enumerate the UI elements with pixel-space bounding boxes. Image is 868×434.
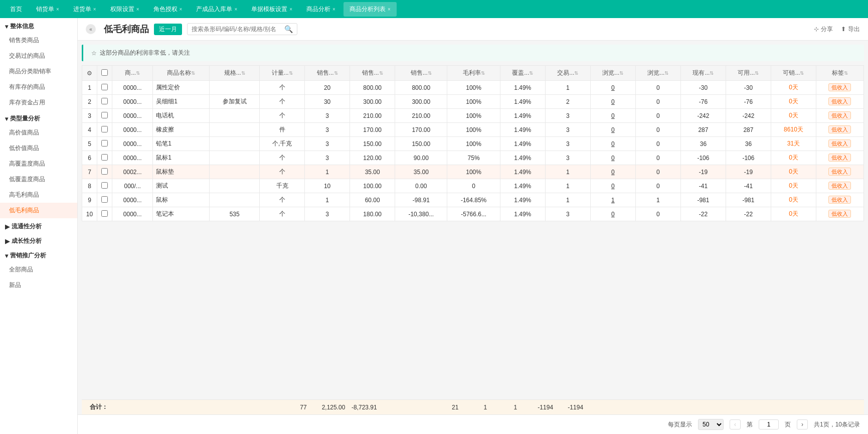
col-margin-header[interactable]: 毛利率⇅	[447, 66, 500, 81]
row-no: 3	[82, 109, 97, 123]
nav-product-analysis[interactable]: 商品分析 ×	[300, 2, 341, 17]
row-views1[interactable]: 0	[590, 95, 635, 109]
row-views1[interactable]: 1	[590, 193, 635, 207]
row-checkbox[interactable]	[97, 123, 112, 137]
sidebar-group-type-analysis[interactable]: ▾ 类型量分析	[0, 110, 77, 125]
select-all-checkbox[interactable]	[101, 69, 108, 76]
per-page-select[interactable]: 50 100 200	[698, 419, 724, 430]
row-views2: 0	[635, 81, 680, 95]
row-views1[interactable]: 0	[590, 207, 635, 221]
sidebar-item-category-rate[interactable]: 商品分类助销率	[0, 64, 77, 79]
nav-role-auth[interactable]: 角色授权 ×	[147, 2, 189, 17]
row-sales2: 170.00	[350, 123, 395, 137]
row-checkbox[interactable]	[97, 207, 112, 221]
row-checkbox[interactable]	[97, 179, 112, 193]
sidebar-item-in-stock[interactable]: 有库存的商品	[0, 79, 77, 95]
row-checkbox[interactable]	[97, 165, 112, 179]
sidebar-group-marketing[interactable]: ▾ 营销推广分析	[0, 247, 77, 262]
sidebar-item-low-value[interactable]: 低价值商品	[0, 140, 77, 156]
page-number-input[interactable]	[759, 419, 779, 429]
nav-product-analysis-list[interactable]: 商品分析列表 ×	[343, 2, 397, 17]
col-sales1-header[interactable]: 销售...⇅	[305, 66, 350, 81]
close-icon[interactable]: ×	[93, 7, 96, 12]
row-checkbox[interactable]	[97, 137, 112, 151]
col-settings[interactable]: ⚙	[82, 66, 97, 81]
row-views1[interactable]: 0	[590, 165, 635, 179]
close-icon[interactable]: ×	[180, 7, 183, 12]
nav-sales-order[interactable]: 销货单 ×	[30, 2, 65, 17]
col-spec-header[interactable]: 规格...⇅	[210, 66, 260, 81]
share-button[interactable]: ⊹ 分享	[814, 25, 833, 34]
sidebar-group-overall[interactable]: ▾ 整体信息	[0, 18, 77, 33]
sidebar-item-sales-products[interactable]: 销售类商品	[0, 33, 77, 48]
row-views1[interactable]: 0	[590, 123, 635, 137]
row-views1[interactable]: 0	[590, 109, 635, 123]
row-views1[interactable]: 0	[590, 81, 635, 95]
row-checkbox[interactable]	[97, 151, 112, 165]
search-input[interactable]	[192, 26, 284, 33]
sidebar-group-growth[interactable]: ▶ 成长性分析	[0, 233, 77, 247]
sidebar-item-capital-usage[interactable]: 库存资金占用	[0, 95, 77, 110]
nav-finished-goods[interactable]: 产成品入库单 ×	[190, 2, 243, 17]
row-coverage: 1.49%	[500, 137, 545, 151]
sidebar-item-low-margin[interactable]: 低毛利商品	[0, 203, 77, 218]
row-checkbox[interactable]	[97, 193, 112, 207]
data-table-wrapper[interactable]: ⚙ 商...⇅ 商品名称⇅ 规格...⇅ 计量...⇅ 销售...⇅ 销售...…	[82, 65, 864, 399]
sidebar-item-traded-products[interactable]: 交易过的商品	[0, 48, 77, 64]
row-views1[interactable]: 0	[590, 179, 635, 193]
col-code-header[interactable]: 商...⇅	[112, 66, 153, 81]
row-checkbox[interactable]	[97, 81, 112, 95]
close-icon[interactable]: ×	[388, 7, 391, 12]
sidebar-item-all-products[interactable]: 全部商品	[0, 262, 77, 277]
col-checkbox[interactable]	[97, 66, 112, 81]
col-available-header[interactable]: 可用...⇅	[726, 66, 771, 81]
sidebar-group-circulation[interactable]: ▶ 流通性分析	[0, 218, 77, 233]
nav-template-setting[interactable]: 单据模板设置 ×	[245, 2, 298, 17]
col-saleable-header[interactable]: 可销...⇅	[771, 66, 816, 81]
sidebar-item-high-value[interactable]: 高价值商品	[0, 125, 77, 140]
nav-home[interactable]: 首页	[4, 2, 28, 17]
close-icon[interactable]: ×	[289, 7, 292, 12]
col-unit-header[interactable]: 计量...⇅	[260, 66, 305, 81]
search-icon[interactable]: 🔍	[284, 25, 293, 33]
row-checkbox[interactable]	[97, 109, 112, 123]
row-tag: 低收入	[816, 109, 863, 123]
row-stock: -106	[680, 151, 726, 165]
row-sales1: 3	[305, 207, 350, 221]
row-stock: 287	[680, 123, 726, 137]
col-name-header[interactable]: 商品名称⇅	[153, 66, 210, 81]
sidebar-item-high-coverage[interactable]: 高覆盖度商品	[0, 156, 77, 172]
row-margin: 75%	[447, 151, 500, 165]
col-stock-header[interactable]: 现有...⇅	[680, 66, 726, 81]
row-checkbox[interactable]	[97, 95, 112, 109]
row-margin: 100%	[447, 165, 500, 179]
close-icon[interactable]: ×	[234, 7, 237, 12]
prev-page-button[interactable]: ‹	[730, 419, 741, 429]
sidebar-item-new-products[interactable]: 新品	[0, 277, 77, 293]
col-transactions-header[interactable]: 交易...⇅	[545, 66, 590, 81]
footer-col10: -1194	[561, 404, 591, 411]
col-sales2-header[interactable]: 销售...⇅	[350, 66, 395, 81]
col-views2-header[interactable]: 浏览...⇅	[635, 66, 680, 81]
export-button[interactable]: ⬆ 导出	[841, 25, 860, 34]
col-views1-header[interactable]: 浏览...⇅	[590, 66, 635, 81]
col-sales3-header[interactable]: 销售...⇅	[395, 66, 447, 81]
filter-period-button[interactable]: 近一月	[154, 24, 182, 35]
col-coverage-header[interactable]: 覆盖...⇅	[500, 66, 545, 81]
close-icon[interactable]: ×	[136, 7, 139, 12]
row-coverage: 1.49%	[500, 207, 545, 221]
sidebar-item-low-coverage[interactable]: 低覆盖度商品	[0, 172, 77, 187]
col-tag-header[interactable]: 标签⇅	[816, 66, 863, 81]
nav-purchase-order[interactable]: 进货单 ×	[67, 2, 102, 17]
main-layout: ▾ 整体信息 销售类商品 交易过的商品 商品分类助销率 有库存的商品 库存资金占…	[0, 18, 868, 434]
close-icon[interactable]: ×	[332, 7, 335, 12]
row-views1[interactable]: 0	[590, 137, 635, 151]
row-unit: 个	[260, 81, 305, 95]
row-unit: 个	[260, 165, 305, 179]
sidebar-item-high-margin[interactable]: 高毛利商品	[0, 187, 77, 203]
row-views1[interactable]: 0	[590, 151, 635, 165]
collapse-sidebar-button[interactable]: «	[86, 24, 96, 34]
nav-permission[interactable]: 权限设置 ×	[104, 2, 145, 17]
next-page-button[interactable]: ›	[797, 419, 808, 429]
close-icon[interactable]: ×	[56, 7, 59, 12]
